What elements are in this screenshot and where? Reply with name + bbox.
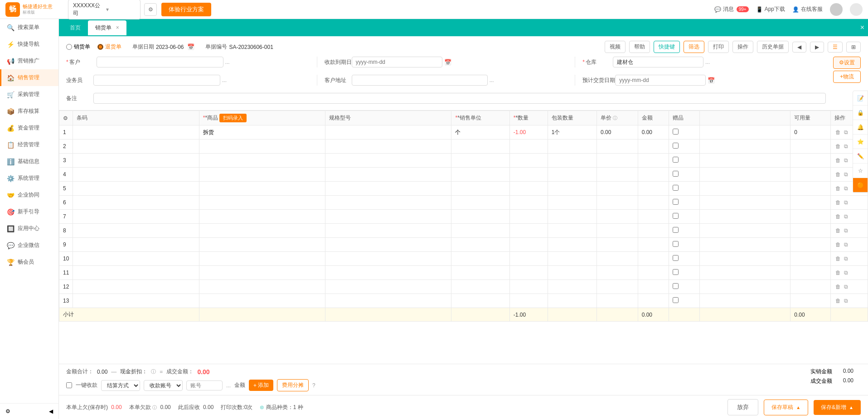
cell-product[interactable] <box>199 238 325 252</box>
product-input[interactable] <box>203 185 321 192</box>
cell-qty[interactable] <box>509 140 548 154</box>
cell-spec[interactable] <box>325 154 451 168</box>
barcode-input[interactable] <box>77 227 195 234</box>
app-download-button[interactable]: 📱 App下载 <box>756 5 785 13</box>
cell-unit-price[interactable] <box>597 154 638 168</box>
delete-row-icon[interactable]: 🗑 <box>834 226 842 235</box>
cell-unit-price[interactable] <box>597 224 638 238</box>
spec-input[interactable] <box>329 255 447 262</box>
gift-checkbox[interactable] <box>673 283 679 289</box>
cell-product[interactable] <box>199 252 325 266</box>
barcode-input[interactable] <box>77 171 195 178</box>
sidebar-item-inventory[interactable]: 📦 库存核算 <box>0 103 58 120</box>
fee-split-button[interactable]: 费用分摊 <box>277 379 309 391</box>
cell-gift[interactable] <box>669 154 700 168</box>
payment-cal-icon[interactable]: 📅 <box>444 59 451 66</box>
gift-checkbox[interactable] <box>673 157 679 163</box>
copy-row-icon[interactable]: ⧉ <box>843 241 849 249</box>
product-input[interactable] <box>203 270 321 276</box>
unit-input[interactable] <box>455 143 482 149</box>
remark-input[interactable] <box>93 93 826 104</box>
cell-spec[interactable] <box>325 280 451 294</box>
gift-checkbox[interactable] <box>673 213 679 219</box>
sidebar-item-appstore[interactable]: 🔲 应用中心 <box>0 220 58 237</box>
cell-spec[interactable] <box>325 168 451 182</box>
warehouse-more-icon[interactable]: ... <box>705 59 710 65</box>
sidebar-item-guide[interactable]: 🎯 新手引导 <box>0 203 58 220</box>
cell-barcode[interactable] <box>73 140 199 154</box>
cell-product[interactable] <box>199 196 325 210</box>
cell-amount[interactable] <box>638 168 669 182</box>
cell-unit-price[interactable]: 0.00 <box>597 125 638 140</box>
product-input[interactable] <box>203 143 321 149</box>
cell-barcode[interactable] <box>73 210 199 224</box>
warehouse-input[interactable] <box>613 57 703 67</box>
sidebar-item-marketing[interactable]: 📢 营销推广 <box>0 53 58 69</box>
barcode-input[interactable] <box>77 199 195 206</box>
cell-unit-price[interactable] <box>597 294 638 308</box>
cell-gift[interactable] <box>669 238 700 252</box>
cell-spec[interactable] <box>325 294 451 308</box>
gift-checkbox[interactable] <box>673 129 679 135</box>
sidebar-item-wechat[interactable]: 💬 企业微信 <box>0 237 58 254</box>
scan-btn[interactable]: 扫码录入 <box>219 114 247 122</box>
spec-input[interactable] <box>329 298 447 304</box>
delete-row-icon[interactable]: 🗑 <box>834 198 842 207</box>
cell-amount[interactable] <box>638 196 669 210</box>
cell-amount[interactable] <box>638 140 669 154</box>
cell-amount[interactable] <box>638 266 669 280</box>
product-input[interactable] <box>203 255 321 262</box>
copy-row-icon[interactable]: ⧉ <box>843 283 849 291</box>
add-payment-button[interactable]: + 添加 <box>249 380 273 391</box>
unit-input[interactable] <box>455 298 482 304</box>
close-all-tabs-icon[interactable]: × <box>860 24 864 32</box>
cell-spec[interactable] <box>325 140 451 154</box>
cell-gift[interactable] <box>669 168 700 182</box>
cell-barcode[interactable] <box>73 294 199 308</box>
cell-pkg-qty[interactable] <box>548 182 596 196</box>
barcode-input[interactable] <box>77 157 195 164</box>
delete-row-icon[interactable]: 🗑 <box>834 184 842 193</box>
barcode-input[interactable] <box>77 255 195 262</box>
gift-checkbox[interactable] <box>673 143 679 149</box>
spec-input[interactable] <box>329 213 447 220</box>
unit-input[interactable] <box>455 255 482 262</box>
cell-unit-price[interactable] <box>597 280 638 294</box>
barcode-input[interactable] <box>77 213 195 220</box>
barcode-input[interactable] <box>77 270 195 276</box>
cell-unit[interactable] <box>451 154 509 168</box>
cell-spec[interactable] <box>325 238 451 252</box>
sidebar-item-system[interactable]: ⚙️ 系统管理 <box>0 170 58 187</box>
help-button[interactable]: 帮助 <box>629 41 650 53</box>
spec-input[interactable] <box>329 143 447 149</box>
one-click-pay-checkbox[interactable] <box>66 382 72 388</box>
customer-addr-input[interactable] <box>352 75 488 86</box>
sidebar-item-business[interactable]: 📋 经营管理 <box>0 136 58 153</box>
cell-barcode[interactable] <box>73 252 199 266</box>
cell-unit[interactable] <box>451 266 509 280</box>
cell-qty[interactable] <box>509 280 548 294</box>
cell-unit[interactable] <box>451 210 509 224</box>
sidebar-item-member[interactable]: 🏆 畅会员 <box>0 254 58 270</box>
cell-unit[interactable] <box>451 280 509 294</box>
cell-gift[interactable] <box>669 224 700 238</box>
unit-input[interactable] <box>455 129 482 135</box>
company-selector[interactable]: XXXXXX公司 ▾ <box>68 0 141 19</box>
cell-unit[interactable] <box>451 125 509 140</box>
spec-input[interactable] <box>329 129 447 135</box>
cell-barcode[interactable] <box>73 154 199 168</box>
delete-row-icon[interactable]: 🗑 <box>834 212 842 221</box>
copy-row-icon[interactable]: ⧉ <box>843 255 849 263</box>
cell-pkg-qty[interactable] <box>548 238 596 252</box>
cell-amount[interactable] <box>638 294 669 308</box>
floater-lock-icon[interactable]: 🔒 <box>853 106 868 120</box>
cell-unit-price[interactable] <box>597 182 638 196</box>
delete-row-icon[interactable]: 🗑 <box>834 241 842 249</box>
cell-barcode[interactable] <box>73 196 199 210</box>
cell-amount[interactable] <box>638 252 669 266</box>
delete-row-icon[interactable]: 🗑 <box>834 128 842 136</box>
pay-account-select[interactable]: 收款账号 <box>144 380 183 391</box>
cell-unit-price[interactable] <box>597 210 638 224</box>
save-new-button[interactable]: 保存&新增 ▲ <box>814 400 861 415</box>
floater-bell-icon[interactable]: 🔔 <box>853 120 868 135</box>
